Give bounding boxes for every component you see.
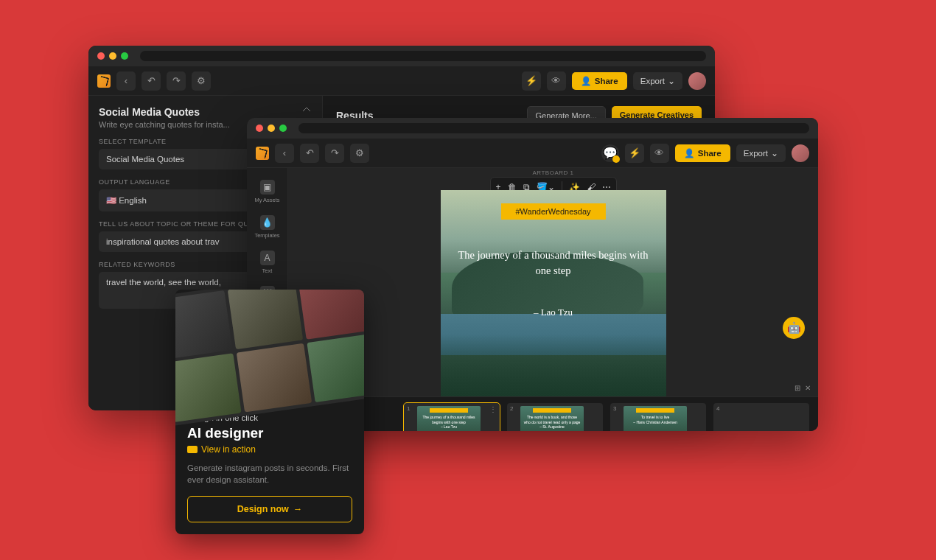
grid-view-button[interactable]: ⊞ bbox=[794, 384, 800, 392]
preview-button[interactable]: 👁 bbox=[650, 144, 669, 163]
tool-icon: A bbox=[260, 251, 275, 265]
quote-text[interactable]: The journey of a thousand miles begins w… bbox=[457, 248, 649, 279]
export-button[interactable]: Export ⌄ bbox=[633, 72, 682, 90]
flash-button[interactable]: ⚡ bbox=[522, 71, 541, 91]
video-icon bbox=[187, 446, 198, 453]
thumbnail[interactable]: 2The world is a book, and those who do n… bbox=[507, 403, 603, 431]
tool-templates[interactable]: 💧Templates bbox=[247, 211, 287, 243]
share-button[interactable]: 👤 Share bbox=[675, 144, 730, 162]
traffic-lights bbox=[97, 52, 128, 60]
thumbnail[interactable]: 1⋮The journey of a thousand miles begins… bbox=[404, 403, 500, 431]
canvas-area: ARTBOARD 1 + 🗑 ⧉ 🪣⌄ ✨ 🖌 ⋯ #WanderWednesd… bbox=[288, 168, 818, 431]
traffic-lights bbox=[256, 125, 287, 132]
url-bar[interactable] bbox=[298, 123, 809, 133]
user-avatar[interactable] bbox=[688, 72, 706, 90]
artboard[interactable]: #WanderWednesday The journey of a thousa… bbox=[441, 190, 666, 396]
titlebar bbox=[247, 118, 818, 139]
thumb-number: 3 bbox=[613, 405, 616, 412]
hashtag-label[interactable]: #WanderWednesday bbox=[500, 203, 605, 220]
thumb-number: 2 bbox=[510, 405, 513, 412]
preview-button[interactable]: 👁 bbox=[547, 71, 566, 91]
user-avatar[interactable] bbox=[792, 144, 809, 162]
minimize-window-button[interactable] bbox=[109, 52, 116, 60]
collapse-panel-button[interactable] bbox=[302, 107, 311, 116]
undo-button[interactable]: ↶ bbox=[300, 144, 319, 163]
undo-button[interactable]: ↶ bbox=[142, 71, 161, 91]
tool-icon: ▣ bbox=[260, 180, 275, 195]
promo-card: Design in one click AI designer View in … bbox=[175, 290, 364, 534]
tool-label: Templates bbox=[254, 232, 279, 239]
flash-button[interactable]: ⚡ bbox=[625, 144, 644, 163]
minimize-window-button[interactable] bbox=[268, 125, 275, 132]
design-now-button[interactable]: Design now → bbox=[187, 496, 352, 522]
thumb-number: 1 bbox=[407, 405, 410, 412]
promo-title: AI designer bbox=[187, 425, 352, 441]
thumb-number: 4 bbox=[716, 405, 719, 412]
app-toolbar: ‹ ↶ ↷ ⚙ 💬 ⚡ 👁 👤 Share Export ⌄ bbox=[247, 139, 818, 168]
settings-button[interactable]: ⚙ bbox=[350, 144, 369, 163]
promo-description: Generate instagram posts in seconds. Fir… bbox=[187, 462, 352, 486]
ai-assist-fab[interactable]: 🤖 bbox=[783, 317, 805, 339]
redo-button[interactable]: ↷ bbox=[325, 144, 344, 163]
thumbnails-strip: ⊞ ✕ 1⋮The journey of a thousand miles be… bbox=[288, 396, 818, 431]
tool-icon: 💧 bbox=[260, 215, 275, 230]
promo-view-link[interactable]: View in action bbox=[187, 444, 352, 455]
tool-label: My Assets bbox=[254, 197, 279, 203]
titlebar bbox=[88, 46, 715, 66]
url-bar[interactable] bbox=[140, 51, 706, 61]
tool-my-assets[interactable]: ▣My Assets bbox=[247, 175, 287, 208]
settings-button[interactable]: ⚙ bbox=[192, 71, 211, 91]
author-text[interactable]: – Lao Tzu bbox=[534, 307, 573, 318]
canvas-viewport[interactable]: ARTBOARD 1 + 🗑 ⧉ 🪣⌄ ✨ 🖌 ⋯ #WanderWednesd… bbox=[288, 168, 818, 396]
arrow-right-icon: → bbox=[293, 504, 303, 514]
nav-back-button[interactable]: ‹ bbox=[275, 144, 294, 163]
export-button[interactable]: Export ⌄ bbox=[736, 144, 786, 162]
maximize-window-button[interactable] bbox=[279, 125, 287, 132]
thumbnail[interactable]: 3To travel is to live– Hans Christian An… bbox=[610, 403, 706, 431]
chat-button[interactable]: 💬 bbox=[601, 144, 619, 162]
nav-back-button[interactable]: ‹ bbox=[116, 71, 136, 91]
maximize-window-button[interactable] bbox=[121, 52, 128, 60]
close-strip-button[interactable]: ✕ bbox=[805, 384, 811, 392]
close-window-button[interactable] bbox=[97, 52, 105, 60]
app-logo-icon[interactable] bbox=[256, 147, 269, 160]
tool-text[interactable]: AText bbox=[247, 246, 287, 279]
close-window-button[interactable] bbox=[256, 125, 263, 132]
panel-title: Social Media Quotes bbox=[99, 106, 230, 118]
panel-subtitle: Write eye catching quotes for insta... bbox=[99, 120, 230, 129]
app-toolbar: ‹ ↶ ↷ ⚙ ⚡ 👁 👤 Share Export ⌄ bbox=[88, 66, 715, 96]
app-logo-icon[interactable] bbox=[97, 74, 111, 88]
thumbnail[interactable]: 4 bbox=[713, 403, 809, 431]
tool-label: Text bbox=[262, 267, 273, 274]
thumb-menu-button[interactable]: ⋮ bbox=[489, 405, 497, 413]
artboard-label: ARTBOARD 1 bbox=[533, 169, 574, 176]
share-button[interactable]: 👤 Share bbox=[572, 72, 627, 90]
redo-button[interactable]: ↷ bbox=[167, 71, 186, 91]
